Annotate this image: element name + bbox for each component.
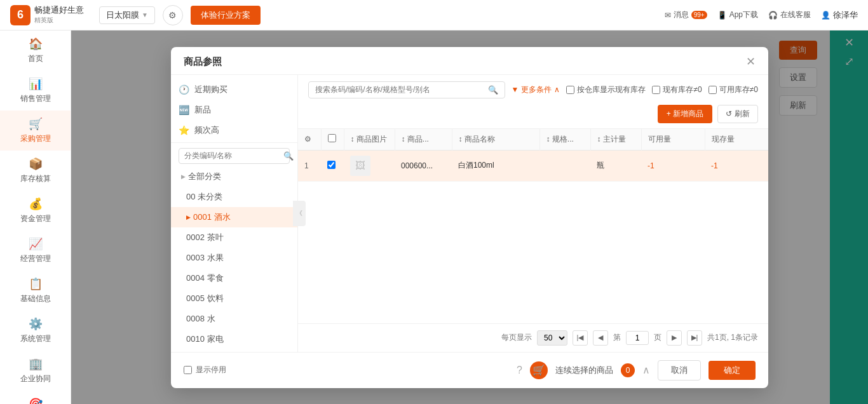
message-icon: ✉	[665, 11, 671, 20]
messages-badge: 99+	[691, 11, 707, 19]
row-code: 000600...	[395, 150, 452, 181]
cat-item-uncategorized[interactable]: 00 未分类	[171, 187, 297, 207]
quick-new-products[interactable]: 🆕 新品	[171, 100, 297, 119]
th-code[interactable]: ↕ 商品...	[395, 129, 452, 151]
sidebar-item-finance[interactable]: 💰 资金管理	[0, 191, 71, 231]
row-num: 1	[298, 150, 321, 181]
product-search-input[interactable]	[315, 85, 484, 94]
collapse-cart-icon[interactable]: ∧	[642, 364, 650, 376]
finance-icon: 💰	[29, 197, 43, 211]
user-profile[interactable]: 👤 徐泽华	[821, 10, 858, 21]
refresh-button[interactable]: ↺ 刷新	[717, 105, 758, 123]
sidebar-item-system[interactable]: ⚙️ 系统管理	[0, 311, 71, 351]
category-search[interactable]: 🔍	[179, 148, 290, 164]
th-settings[interactable]: ⚙	[298, 129, 321, 151]
cat-item-snacks[interactable]: 0004 零食	[171, 268, 297, 288]
disabled-checkbox[interactable]	[184, 366, 192, 374]
category-search-input[interactable]	[184, 151, 280, 160]
cat-item-appliances[interactable]: 0010 家电	[171, 329, 297, 349]
sidebar-item-guide[interactable]: 🎯 新手引导	[0, 391, 71, 404]
cat-item-water[interactable]: 0008 水	[171, 309, 297, 329]
app-download-item[interactable]: 📱 App下载	[717, 10, 758, 20]
footer-cart-area: ? 🛒 连续选择的商品 0 ∧ 取消 确定	[517, 360, 756, 380]
logo-sub: 精英版	[34, 16, 84, 25]
cart-count-badge: 0	[621, 363, 635, 377]
th-checkbox[interactable]	[321, 129, 344, 151]
cat-item-all[interactable]: ▶ 全部分类	[171, 166, 297, 187]
modal-close-button[interactable]: ✕	[746, 56, 756, 67]
product-search-box[interactable]: 🔍	[308, 81, 505, 98]
sales-icon: 📊	[29, 77, 43, 91]
sort-icon: ↕	[459, 135, 463, 144]
category-panel: 🕐 近期购买 🆕 新品 ⭐ 频次高	[171, 75, 298, 352]
cat-item-tea[interactable]: 0002 茶叶	[171, 227, 297, 248]
sort-icon: ↕	[597, 135, 601, 144]
by-warehouse-checkbox[interactable]	[566, 86, 574, 94]
sidebar-item-purchase[interactable]: 🛒 采购管理	[0, 111, 71, 151]
content-area: 查询 设置 刷新 ✕ ⤢ 商品参照 ✕	[71, 30, 868, 404]
last-page-button[interactable]: ▶|	[687, 330, 702, 346]
first-page-button[interactable]: |◀	[573, 330, 588, 346]
logo-text: 畅捷通好生意	[34, 5, 84, 16]
sidebar-item-inventory[interactable]: 📦 库存核算	[0, 151, 71, 191]
sidebar-item-enterprise[interactable]: 🏢 企业协同	[0, 351, 71, 391]
quick-high-frequency[interactable]: ⭐ 频次高	[171, 121, 297, 140]
usable-nonzero-checkbox[interactable]	[709, 86, 717, 94]
search-icon: 🔍	[488, 85, 498, 95]
sidebar-item-basic-info[interactable]: 📋 基础信息	[0, 271, 71, 311]
new-icon: 🆕	[179, 105, 189, 115]
checkbox-available-nonzero[interactable]: 现有库存≠0	[652, 84, 702, 95]
checkbox-usable-nonzero[interactable]: 可用库存≠0	[709, 84, 758, 95]
sidebar-item-sales[interactable]: 📊 销售管理	[0, 71, 71, 111]
info-icon: 📋	[29, 277, 43, 291]
messages-item[interactable]: ✉ 消息 99+	[665, 10, 707, 20]
product-table-container: ⚙ ↕ 商品图片	[298, 129, 768, 323]
sort-icon: ↕	[546, 135, 550, 144]
th-spec[interactable]: ↕ 规格...	[539, 129, 590, 151]
help-icon[interactable]: ?	[517, 365, 522, 376]
online-service-item[interactable]: 🎧 在线客服	[768, 10, 811, 20]
clock-icon: 🕐	[179, 84, 189, 95]
checkbox-by-warehouse[interactable]: 按仓库显示现有库存	[566, 84, 646, 95]
trial-button[interactable]: 体验行业方案	[191, 6, 261, 25]
refresh-icon: ↺	[726, 109, 732, 118]
per-page-select[interactable]: 50	[537, 330, 567, 346]
filter-bar: 🔍 ▼ 更多条件 ∧ 按仓库显示现有库存	[298, 75, 768, 129]
nav-selector[interactable]: 日太阳膜 ▼	[99, 6, 155, 24]
select-all-checkbox[interactable]	[328, 134, 336, 142]
ops-icon: 📈	[29, 237, 43, 251]
cat-item-drinks[interactable]: 0005 饮料	[171, 288, 297, 309]
settings-icon: ⚙	[304, 135, 311, 144]
row-checkbox[interactable]	[327, 161, 336, 169]
cat-item-alcohol[interactable]: ▶ 0001 酒水	[171, 207, 297, 227]
available-nonzero-checkbox[interactable]	[652, 86, 660, 94]
sidebar-item-operations[interactable]: 📈 经营管理	[0, 231, 71, 271]
table-row[interactable]: 1 🖼	[298, 150, 768, 181]
display-disabled-checkbox[interactable]: 显示停用	[184, 365, 226, 375]
th-unit[interactable]: ↕ 主计量	[590, 129, 641, 151]
row-image-cell: 🖼	[344, 150, 395, 181]
th-stock[interactable]: 现存量	[705, 129, 768, 151]
cat-item-fruit[interactable]: 0003 水果	[171, 248, 297, 268]
modal-body: 🕐 近期购买 🆕 新品 ⭐ 频次高	[171, 75, 768, 352]
cart-button[interactable]: 🛒	[530, 361, 548, 379]
th-name[interactable]: ↕ 商品名称	[452, 129, 539, 151]
row-checkbox-cell[interactable]	[321, 150, 344, 181]
page-input[interactable]	[626, 331, 649, 345]
confirm-button[interactable]: 确定	[709, 361, 756, 380]
quick-recent-purchase[interactable]: 🕐 近期购买	[171, 80, 297, 99]
pagination: 每页显示 50 |◀ ◀ 第 页 ▶ ▶| 共1页, 1条记录	[298, 323, 768, 352]
prev-page-button[interactable]: ◀	[593, 330, 608, 346]
more-filter-button[interactable]: ▼ 更多条件 ∧	[512, 84, 560, 95]
inventory-icon: 📦	[29, 157, 43, 171]
add-product-button[interactable]: + 新增商品	[658, 105, 712, 123]
cancel-button[interactable]: 取消	[658, 360, 701, 380]
row-stock: -1	[705, 150, 768, 181]
gear-icon[interactable]: ⚙	[163, 5, 183, 25]
modal-header: 商品参照 ✕	[171, 47, 768, 75]
sidebar-item-home[interactable]: 🏠 首页	[0, 30, 71, 71]
active-triangle-icon: ▶	[186, 214, 191, 220]
product-table: ⚙ ↕ 商品图片	[298, 129, 768, 182]
next-page-button[interactable]: ▶	[667, 330, 682, 346]
th-available[interactable]: 可用量	[641, 129, 705, 151]
